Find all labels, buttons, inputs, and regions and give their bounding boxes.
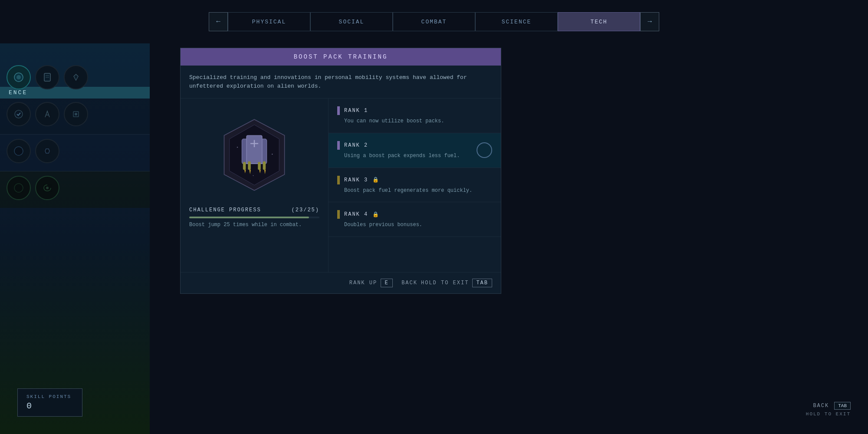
- svg-point-8: [75, 113, 77, 115]
- svg-rect-20: [248, 161, 251, 170]
- svg-rect-22: [263, 161, 266, 170]
- rank-3-desc: Boost pack fuel regenerates more quickly…: [337, 187, 492, 194]
- challenge-header: CHALLENGE PROGRESS (23/25): [189, 207, 319, 213]
- rank-4-desc: Doubles previous bonuses.: [337, 221, 492, 229]
- skill-points-value: 0: [26, 401, 73, 411]
- skill-icon-3a[interactable]: [7, 139, 31, 163]
- rank-4-stripe: [337, 210, 340, 219]
- bottom-back-label: BACK: [813, 403, 829, 409]
- nav-next-button[interactable]: →: [640, 12, 659, 31]
- skill-hexagon: ✦ ✦ ✦: [215, 116, 293, 194]
- rank-2-header: RANK 2: [337, 141, 492, 150]
- skill-icon-1a[interactable]: [7, 65, 31, 89]
- bottom-hold-exit-label: HOLD TO EXIT: [806, 411, 851, 417]
- skill-row-2: [7, 102, 143, 126]
- skill-points-box: SKILL POINTS 0: [17, 388, 82, 417]
- rank-item-2[interactable]: RANK 2 Using a boost pack expends less f…: [329, 133, 501, 168]
- bottom-right-controls: BACK TAB HOLD TO EXIT: [806, 402, 851, 417]
- skill-icon-4a[interactable]: [7, 176, 31, 200]
- skill-row-1: [7, 65, 143, 89]
- challenge-value: (23/25): [292, 207, 319, 213]
- rank-4-header: RANK 4 🔒: [337, 210, 492, 219]
- svg-point-9: [14, 147, 23, 155]
- back-label: BACK: [401, 280, 418, 286]
- skill-row-3: [7, 139, 143, 163]
- rank-2-desc: Using a boost pack expends less fuel.: [337, 152, 492, 160]
- action-bar: RANK UP E BACK HOLD TO EXIT TAB: [181, 272, 501, 293]
- rank-1-header: RANK 1: [337, 106, 492, 115]
- tab-social[interactable]: SOCIAL: [310, 12, 393, 31]
- nav-prev-button[interactable]: ←: [209, 12, 228, 31]
- back-key[interactable]: TAB: [472, 279, 492, 287]
- rank-up-label: RANK UP: [349, 280, 377, 286]
- tab-physical[interactable]: PHYSICAL: [228, 12, 310, 31]
- rank-2-stripe: [337, 141, 340, 150]
- panel-description: Specialized training and innovations in …: [181, 66, 501, 99]
- bottom-tab-key[interactable]: TAB: [834, 402, 851, 410]
- hold-exit-label: HOLD TO EXIT: [421, 280, 469, 286]
- svg-point-1: [16, 75, 21, 79]
- challenge-label: CHALLENGE PROGRESS: [189, 207, 261, 213]
- rank-4-lock-icon: 🔒: [372, 211, 379, 218]
- skill-icon-4b[interactable]: [35, 176, 59, 200]
- main-panel: BOOST PACK TRAINING Specialized training…: [180, 48, 501, 294]
- rank-up-action: RANK UP E: [349, 279, 393, 287]
- skill-icon-2c[interactable]: [64, 102, 88, 126]
- tab-tech[interactable]: TECH: [558, 12, 640, 31]
- svg-rect-16: [247, 135, 262, 164]
- rank-4-label: RANK 4: [344, 211, 368, 217]
- challenge-description: Boost jump 25 times while in combat.: [189, 222, 319, 228]
- skill-icon-1c[interactable]: [64, 65, 88, 89]
- rank-3-label: RANK 3: [344, 177, 368, 183]
- svg-point-10: [14, 184, 23, 192]
- skill-icon-3b[interactable]: [35, 139, 59, 163]
- challenge-area: CHALLENGE PROGRESS (23/25) Boost jump 25…: [189, 207, 319, 228]
- tab-combat[interactable]: COMBAT: [393, 12, 475, 31]
- rank-3-stripe: [337, 176, 340, 184]
- panel-title: BOOST PACK TRAINING: [181, 48, 501, 66]
- rank-item-3[interactable]: RANK 3 🔒 Boost pack fuel regenerates mor…: [329, 168, 501, 203]
- skill-badge: ✦ ✦ ✦: [211, 107, 298, 203]
- rank-item-1[interactable]: RANK 1 You can now utilize boost packs.: [329, 99, 501, 133]
- skill-points-label: SKILL POINTS: [26, 394, 73, 399]
- navigation-bar: ← PHYSICAL SOCIAL COMBAT SCIENCE TECH →: [0, 12, 868, 31]
- sidebar: ENCE: [0, 43, 150, 434]
- rank-1-desc: You can now utilize boost packs.: [337, 118, 492, 125]
- rank-2-label: RANK 2: [344, 142, 368, 148]
- svg-point-5: [15, 110, 23, 118]
- svg-text:✦: ✦: [253, 174, 254, 177]
- rank-item-4[interactable]: RANK 4 🔒 Doubles previous bonuses.: [329, 202, 501, 237]
- skill-image-area: ✦ ✦ ✦ CHALLENGE PROGRESS (23/25) Boost j…: [181, 99, 328, 272]
- back-action: BACK HOLD TO EXIT TAB: [401, 279, 492, 287]
- rank-2-select-circle: [477, 142, 492, 158]
- svg-rect-21: [258, 162, 261, 170]
- rank-3-header: RANK 3 🔒: [337, 176, 492, 184]
- rank-up-key[interactable]: E: [381, 279, 393, 287]
- skill-icon-2a[interactable]: [7, 102, 31, 126]
- panel-body: ✦ ✦ ✦ CHALLENGE PROGRESS (23/25) Boost j…: [181, 99, 501, 272]
- challenge-bar-fill: [189, 217, 309, 218]
- rank-1-label: RANK 1: [344, 108, 368, 114]
- skill-icon-1b[interactable]: [35, 65, 59, 89]
- skill-row-4: [7, 176, 143, 200]
- ranks-area: RANK 1 You can now utilize boost packs. …: [328, 99, 501, 272]
- svg-rect-19: [243, 162, 246, 170]
- rank-3-lock-icon: 🔒: [372, 177, 379, 183]
- tab-science[interactable]: SCIENCE: [475, 12, 558, 31]
- svg-point-11: [46, 187, 49, 189]
- svg-text:✦: ✦: [271, 153, 273, 156]
- skill-icon-2b[interactable]: [35, 102, 59, 126]
- svg-text:✦: ✦: [237, 146, 238, 149]
- rank-1-stripe: [337, 106, 340, 115]
- challenge-bar-background: [189, 217, 319, 218]
